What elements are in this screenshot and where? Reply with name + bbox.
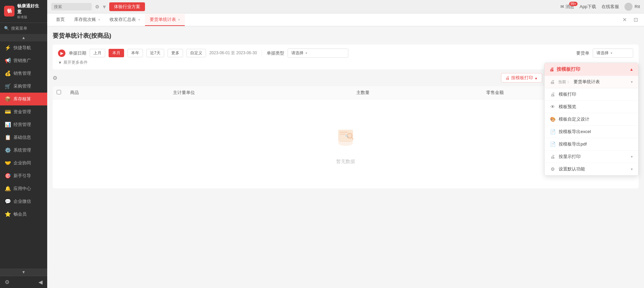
- settings-icon[interactable]: ⚙: [5, 279, 9, 285]
- sidebar-item-finance[interactable]: 💳 资金管理: [0, 105, 47, 118]
- messages-badge[interactable]: ✉ 消息 99+: [560, 4, 574, 10]
- close-window-icon[interactable]: ✕: [620, 16, 629, 24]
- dropdown-header[interactable]: 🖨 按模板打印 ▲: [545, 63, 638, 76]
- tab-receipt-close[interactable]: ×: [138, 18, 140, 22]
- dropdown-print-icon: 🖨: [549, 67, 554, 72]
- dropdown-template-excel[interactable]: 📄 按模板导出excel: [545, 126, 638, 138]
- sidebar-scroll-down[interactable]: ▼: [0, 268, 47, 276]
- trial-button[interactable]: 体验行业方案: [109, 2, 145, 11]
- tab-batch[interactable]: 库存批次账 ×: [69, 14, 105, 26]
- sidebar-scroll-up[interactable]: ▲: [0, 34, 47, 41]
- dropdown-template-preview[interactable]: 👁 模板预览: [545, 101, 638, 113]
- online-service-link[interactable]: 在线客服: [602, 4, 619, 10]
- tab-demand-label: 要货单统计表: [150, 17, 176, 23]
- dropdown-default-func[interactable]: ⚙ 设置默认功能 ▾: [545, 163, 638, 175]
- date-custom-btn[interactable]: 自定义: [186, 49, 206, 57]
- sidebar-item-operation[interactable]: 📊 经营管理: [0, 118, 47, 131]
- sidebar-item-label: 企业微信: [13, 198, 31, 204]
- sidebar-item-member[interactable]: ⭐ 畅会员: [0, 208, 47, 221]
- search-icon: 🔍: [4, 26, 9, 31]
- topbar-gear-icon[interactable]: ⚙: [95, 4, 99, 9]
- dropdown-collapse-icon[interactable]: ▲: [630, 67, 634, 72]
- dropdown-template-custom[interactable]: 🎨 模板自定义设计: [545, 113, 638, 126]
- tabs-bar: 首页 库存批次账 × 收发存汇总表 × 要货单统计表 × ✕ ⊡: [47, 13, 644, 26]
- dropdown-current-value: 要货单统计表: [574, 79, 600, 85]
- topbar-right: ✉ 消息 99+ App下载 在线客服 Rit: [560, 3, 640, 11]
- col-qty: 主数量: [352, 86, 482, 99]
- sidebar-item-marketing[interactable]: 📢 营销推广: [0, 54, 47, 67]
- date-prev-btn[interactable]: 上月: [90, 49, 105, 57]
- sales-icon: 💰: [5, 70, 11, 76]
- filter-row: ▶ 单据日期 上月 本月 本年 近7天 更多 自定义 2023-06-01 至 …: [58, 49, 633, 58]
- app-download-link[interactable]: App下载: [580, 4, 596, 10]
- type-filter-select[interactable]: 请选择 ▾: [288, 49, 348, 58]
- logo-title: 畅康通好生意: [17, 3, 43, 15]
- filter-divider: [262, 50, 262, 57]
- template-excel-label: 按模板导出excel: [559, 129, 591, 135]
- tab-home-label: 首页: [56, 17, 65, 23]
- maximize-window-icon[interactable]: ⊡: [632, 16, 640, 24]
- svg-rect-3: [340, 134, 346, 135]
- yh-select-placeholder: 请选择: [596, 50, 609, 56]
- sidebar-search[interactable]: 🔍 搜索菜单: [0, 23, 47, 34]
- sidebar-item-collab[interactable]: 🤝 企业协同: [0, 157, 47, 169]
- tabs-extra: ✕ ⊡: [620, 16, 640, 24]
- tab-demand[interactable]: 要货单统计表 ×: [145, 14, 185, 26]
- sidebar: 畅 畅康通好生意 标准版 🔍 搜索菜单 ▲ ⚡ 快捷导航 📢 营销推广 💰 销售…: [0, 0, 47, 288]
- col-unit: 主计量单位: [169, 86, 352, 99]
- date-week7-btn[interactable]: 近7天: [146, 49, 164, 57]
- template-preview-icon: 👁: [550, 104, 555, 109]
- dropdown-display-print[interactable]: 🖨 按显示打印 ▾: [545, 151, 638, 163]
- sidebar-item-wechat[interactable]: 💬 企业微信: [0, 195, 47, 208]
- date-filter-label: 单据日期: [69, 50, 86, 56]
- table-settings-icon[interactable]: ⚙: [53, 75, 57, 81]
- sidebar-item-system[interactable]: ⚙️ 系统管理: [0, 144, 47, 157]
- select-all-checkbox[interactable]: [57, 90, 61, 94]
- sidebar-item-basic[interactable]: 📋 基础信息: [0, 131, 47, 144]
- yh-filter-label: 要货单: [576, 50, 589, 56]
- default-func-arrow-icon: ▾: [631, 167, 633, 171]
- yh-filter-select[interactable]: 请选择 ▾: [593, 49, 633, 58]
- content-area: 要货单统计表(按商品) ▶ 单据日期 上月 本月 本年 近7天 更多 自定义 2…: [47, 26, 644, 288]
- tab-demand-close[interactable]: ×: [178, 18, 180, 22]
- collapse-icon[interactable]: ◀: [38, 279, 42, 285]
- sidebar-item-label: 营销推广: [13, 58, 31, 64]
- dropdown-template-print[interactable]: 🖨 模板打印: [545, 88, 638, 101]
- sidebar-item-purchase[interactable]: 🛒 采购管理: [0, 80, 47, 93]
- topbar-chevron-icon[interactable]: ▾: [103, 3, 106, 10]
- tab-receipt[interactable]: 收发存汇总表 ×: [105, 14, 145, 26]
- search-label: 搜索菜单: [11, 26, 27, 31]
- sidebar-item-sales[interactable]: 💰 销售管理: [0, 67, 47, 80]
- svg-text:🔍: 🔍: [345, 134, 349, 138]
- tab-batch-label: 库存批次账: [74, 17, 96, 23]
- template-pdf-label: 按模板导出pdf: [559, 141, 587, 147]
- date-more-btn[interactable]: 更多: [168, 49, 183, 57]
- sidebar-item-label: 系统管理: [13, 147, 31, 153]
- print-template-btn[interactable]: 🖨 按模板打印 ▲: [501, 73, 542, 83]
- sidebar-item-shortcut[interactable]: ⚡ 快捷导航: [0, 41, 47, 54]
- wechat-icon: 💬: [5, 198, 11, 204]
- topbar-search-input[interactable]: [51, 3, 92, 10]
- shortcut-icon: ⚡: [5, 45, 11, 51]
- tab-home[interactable]: 首页: [51, 14, 69, 26]
- member-icon: ⭐: [5, 211, 11, 217]
- purchase-icon: 🛒: [5, 83, 11, 89]
- tab-batch-close[interactable]: ×: [98, 18, 100, 22]
- dropdown-template-pdf[interactable]: 📄 按模板导出pdf: [545, 138, 638, 151]
- dropdown-header-left: 🖨 按模板打印: [549, 66, 580, 72]
- sidebar-item-guide[interactable]: 🎯 新手引导: [0, 169, 47, 182]
- operation-icon: 📊: [5, 122, 11, 128]
- display-print-label: 按显示打印: [559, 154, 581, 160]
- sidebar-logo: 畅 畅康通好生意 标准版: [0, 0, 47, 23]
- default-func-label: 设置默认功能: [559, 166, 585, 172]
- message-count: 99+: [569, 2, 578, 6]
- date-year-btn[interactable]: 本年: [127, 49, 143, 57]
- filter-toggle-icon[interactable]: ▶: [58, 50, 65, 57]
- template-excel-icon: 📄: [550, 129, 555, 134]
- sidebar-footer: ⚙ ◀: [0, 276, 47, 288]
- sidebar-item-inventory[interactable]: 📦 库存核算: [0, 93, 47, 105]
- template-print-label: 模板打印: [559, 91, 576, 97]
- date-current-btn[interactable]: 本月: [109, 49, 124, 57]
- sidebar-item-appstore[interactable]: 🔔 应用中心: [0, 182, 47, 195]
- dropdown-current-label: 当前：: [558, 79, 570, 85]
